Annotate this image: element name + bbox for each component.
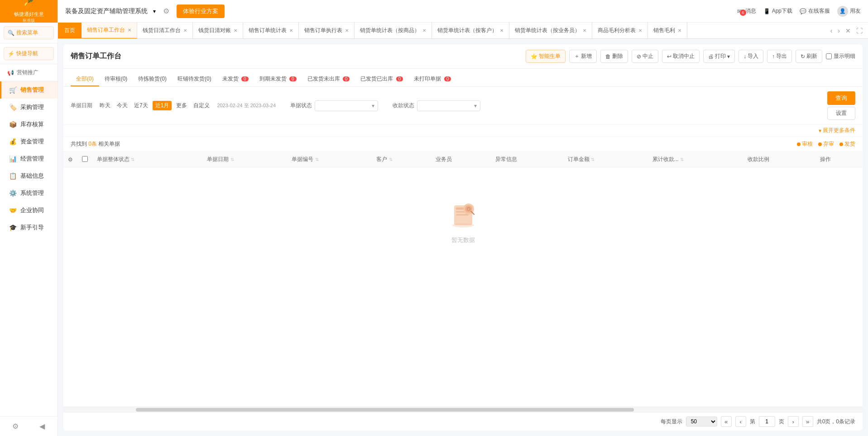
user-item[interactable]: 👤 用友 — [837, 6, 861, 17]
collapse-btn[interactable]: ◀ — [31, 420, 54, 432]
tab-sales-profit[interactable]: 销售毛利 ✕ — [648, 23, 687, 39]
sort-number-icon[interactable]: ⇅ — [315, 157, 319, 162]
import-btn[interactable]: ↓ 导入 — [739, 50, 763, 63]
header-right-area: ✉ 6 消息 📱 App下载 💬 在线客服 👤 用友 — [737, 6, 861, 17]
sidebar-item-sales[interactable]: 🛒 销售管理 — [0, 81, 58, 99]
last-page-btn[interactable]: » — [802, 416, 813, 427]
first-page-btn[interactable]: « — [721, 416, 732, 427]
close-sales-profit-icon[interactable]: ✕ — [678, 28, 681, 33]
page-size-select[interactable]: 50 10 20 100 — [686, 417, 717, 427]
select-all-checkbox[interactable] — [82, 156, 88, 162]
tab-next-btn[interactable]: › — [836, 26, 842, 35]
sort-date-icon[interactable]: ⇅ — [230, 157, 234, 162]
prev-page-btn[interactable]: ‹ — [735, 416, 746, 427]
tab-sales-summary-staff[interactable]: 销货单统计表（按业务员） ✕ — [509, 23, 592, 39]
tab-close-all-btn[interactable]: ✕ — [844, 26, 853, 35]
sub-tab-pending-check[interactable]: 待拣验货(0) — [133, 72, 172, 86]
col-number-label: 单据编号 — [292, 156, 313, 162]
sub-tab-all[interactable]: 全部(0) — [71, 72, 99, 86]
sort-status-icon[interactable]: ⇅ — [131, 157, 134, 162]
review-action[interactable]: 审核 — [797, 140, 813, 148]
settings-icon-btn[interactable]: ⚙ — [4, 420, 27, 432]
trial-btn[interactable]: 体验行业方案 — [177, 5, 225, 18]
set-btn[interactable]: 设置 — [827, 107, 855, 120]
sort-customer-icon[interactable]: ⇅ — [389, 157, 393, 162]
sub-tab-not-printed[interactable]: 未打印单据 0 — [408, 72, 456, 86]
close-summary-staff-icon[interactable]: ✕ — [583, 28, 586, 33]
page-number-input[interactable] — [759, 416, 775, 427]
sidebar-item-purchase[interactable]: 🏷️ 采购管理 — [0, 99, 58, 116]
next-page-btn[interactable]: › — [788, 416, 799, 427]
quick-nav-button[interactable]: ⚡ 快捷导航 — [4, 47, 54, 60]
horizontal-scrollbar[interactable] — [63, 407, 863, 412]
export-btn[interactable]: ↑ 导出 — [767, 50, 792, 63]
sub-tab-not-shipped[interactable]: 未发货 0 — [217, 72, 254, 86]
tab-sales-exec[interactable]: 销售订单执行表 ✕ — [299, 23, 355, 39]
show-detail-checkbox[interactable] — [826, 53, 832, 59]
sort-amount-icon[interactable]: ⇅ — [591, 157, 595, 162]
payment-dropdown[interactable] — [417, 100, 480, 111]
close-summary-product-icon[interactable]: ✕ — [422, 28, 426, 33]
date-custom[interactable]: 自定义 — [192, 101, 211, 110]
date-yesterday[interactable]: 昨天 — [98, 101, 112, 110]
tab-cash-reconcile[interactable]: 钱货日清对账 ✕ — [193, 23, 243, 39]
date-more[interactable]: 更多 — [174, 101, 189, 110]
close-sales-stats-icon[interactable]: ✕ — [289, 28, 293, 33]
refresh-btn[interactable]: ↻ 刷新 — [796, 50, 822, 63]
search-menu-button[interactable]: 🔍 搜索菜单 — [4, 26, 54, 39]
operations-icon: 📊 — [9, 155, 17, 162]
sort-collected-icon[interactable]: ⇅ — [680, 157, 684, 162]
tab-cash-daily[interactable]: 钱货日清工作台 ✕ — [137, 23, 193, 39]
sub-tab-overdue-ship[interactable]: 到期未发货 0 — [254, 72, 302, 86]
date-1month[interactable]: 近1月 — [153, 101, 172, 110]
settings-icon[interactable]: ⚙ — [68, 156, 73, 163]
add-btn[interactable]: ＋ 新增 — [569, 50, 597, 63]
ship-action[interactable]: 发货 — [839, 140, 855, 148]
sidebar-item-inventory[interactable]: 📦 库存核算 — [0, 116, 58, 133]
online-service-item[interactable]: 💬 在线客服 — [800, 7, 830, 15]
sub-tab-pending-review[interactable]: 待审核(0) — [99, 72, 133, 86]
tab-fullscreen-btn[interactable]: ⛶ — [854, 26, 864, 35]
smart-create-btn[interactable]: ⭐ 智能生单 — [526, 50, 566, 63]
close-sales-workbench-icon[interactable]: ✕ — [128, 28, 131, 33]
close-sales-exec-icon[interactable]: ✕ — [345, 28, 349, 33]
sidebar-item-guide[interactable]: 🎓 新手引导 — [0, 219, 58, 236]
expand-btn[interactable]: ▾ 展开更多条件 — [819, 127, 855, 134]
tab-sales-summary-product[interactable]: 销货单统计表（按商品） ✕ — [355, 23, 432, 39]
delete-btn[interactable]: 🗑 删除 — [600, 50, 628, 63]
sidebar-item-collab[interactable]: 🤝 企业协同 — [0, 202, 58, 219]
close-summary-customer-icon[interactable]: ✕ — [500, 28, 504, 33]
header-settings-button[interactable]: ⚙ — [161, 5, 171, 17]
tab-home[interactable]: 首页 — [58, 23, 82, 39]
tab-sales-stats[interactable]: 销售订单统计表 ✕ — [243, 23, 299, 39]
tab-goods-margin[interactable]: 商品毛利分析表 ✕ — [592, 23, 648, 39]
promo-button[interactable]: 📢 营销推广 — [4, 67, 54, 78]
sub-tab-wangpu-ship[interactable]: 旺铺待发货(0) — [172, 72, 217, 86]
close-cash-reconcile-icon[interactable]: ✕ — [234, 28, 237, 33]
tab-sales-workbench[interactable]: 销售订单工作台 ✕ — [82, 23, 137, 39]
sidebar-item-system[interactable]: ⚙️ 系统管理 — [0, 185, 58, 202]
date-today[interactable]: 今天 — [115, 101, 129, 110]
messages-item[interactable]: ✉ 6 消息 — [737, 7, 756, 15]
stop-btn[interactable]: ⊘ 中止 — [632, 50, 658, 63]
sidebar-item-operations[interactable]: 📊 经营管理 — [0, 150, 58, 167]
close-cash-daily-icon[interactable]: ✕ — [183, 28, 187, 33]
shipped-not-out-badge: 0 — [343, 76, 350, 81]
query-btn[interactable]: 查询 — [827, 91, 855, 105]
sidebar-item-finance[interactable]: 💰 资金管理 — [0, 133, 58, 150]
cancel-stop-btn[interactable]: ↩ 取消中止 — [662, 50, 700, 63]
date-7days[interactable]: 近7天 — [132, 101, 150, 110]
close-goods-margin-icon[interactable]: ✕ — [638, 28, 642, 33]
tab-sales-summary-customer[interactable]: 销货单统计表（按客户） ✕ — [432, 23, 509, 39]
show-detail-label[interactable]: 显示明细 — [826, 52, 855, 60]
app-download-item[interactable]: 📱 App下载 — [763, 7, 792, 15]
tab-sales-summary-customer-label: 销货单统计表（按客户） — [437, 27, 497, 34]
sidebar-item-basic[interactable]: 📋 基础信息 — [0, 167, 58, 185]
sub-tab-shipped-not-out[interactable]: 已发货未出库 0 — [302, 72, 355, 86]
print-btn[interactable]: 🖨 打印 ▾ — [703, 50, 735, 63]
scrollbar-thumb[interactable] — [136, 408, 634, 412]
cancel-action[interactable]: 弃审 — [818, 140, 834, 148]
tab-prev-btn[interactable]: ‹ — [829, 26, 834, 35]
sub-tab-shipped-out[interactable]: 已发货已出库 0 — [355, 72, 408, 86]
status-dropdown[interactable] — [315, 100, 378, 111]
